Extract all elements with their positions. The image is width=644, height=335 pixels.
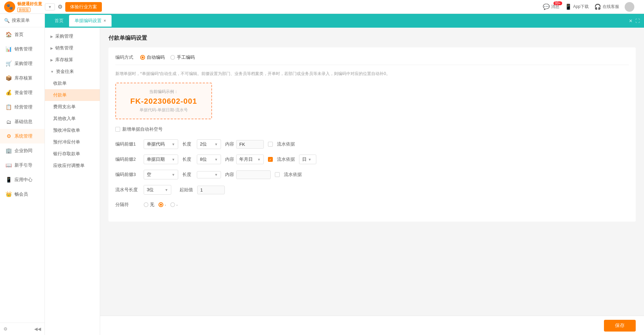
sidebar-item-base-label: 基础信息 — [15, 119, 32, 125]
sub-item-expense[interactable]: 费用支出单 — [45, 101, 100, 113]
prefix-row-1: 编码前缀1 单据代码 ▼ 长度 2位 ▼ 内容 — [115, 139, 629, 149]
top-bar: 🐾 畅捷通好生意 旗舰版 ▼ ⚙ 体验行业方案 💬 消息 99+ 📱 App下载… — [0, 0, 644, 14]
sidebar-nav: 🏠 首页 📊 销售管理 🛒 采购管理 📦 库存核算 💰 资金管理 📋 经 — [0, 27, 45, 323]
app-download[interactable]: 📱 App下载 — [565, 3, 589, 10]
serial-start-input[interactable] — [197, 186, 225, 194]
prefix-3-length-select[interactable]: ▼ — [197, 171, 221, 178]
prefix-2-length-select[interactable]: 8位 ▼ — [197, 155, 221, 164]
prefix-1-length-label: 长度 — [182, 141, 191, 147]
sidebar-item-purchase[interactable]: 🛒 采购管理 — [0, 56, 45, 71]
prefix-3-length-arrow-icon: ▼ — [214, 173, 218, 177]
message-area[interactable]: 💬 消息 99+ — [543, 3, 559, 10]
prefix-3-flow-label: 流水依据 — [284, 171, 302, 178]
tab-close-btn[interactable]: × — [104, 18, 106, 23]
sidebar-item-member[interactable]: 👑 畅会员 — [0, 187, 45, 202]
dropdown-btn[interactable]: ▼ — [45, 3, 55, 10]
prefix-2-select[interactable]: 单据日期 ▼ — [144, 155, 178, 164]
prefix-1-length-select[interactable]: 2位 ▼ — [197, 139, 221, 149]
search-menu[interactable]: 🔍 搜索菜单 — [0, 14, 45, 27]
radio-auto[interactable]: 自动编码 — [140, 54, 165, 61]
sales-icon: 📊 — [6, 46, 12, 52]
sidebar-item-inventory[interactable]: 📦 库存核算 — [0, 71, 45, 85]
sub-item-receipt[interactable]: 收款单 — [45, 77, 100, 89]
prefix-2-date-value: 日 — [302, 156, 307, 162]
auto-fill-checkbox[interactable] — [115, 127, 120, 132]
sep-options: 无 · · — [144, 202, 177, 208]
sub-group-sales-title[interactable]: ▶ 销售管理 — [45, 42, 100, 54]
sub-item-adjust-label: 应收应付调整单 — [53, 163, 85, 168]
collapse-tab-icon[interactable]: ✕ — [629, 18, 633, 24]
encoding-type-row: 编码方式 自动编码 手工编码 — [115, 54, 629, 65]
radio-manual[interactable]: 手工编码 — [170, 54, 195, 61]
sub-group-finance-label: 资金往来 — [56, 68, 74, 75]
sub-item-payment-label: 付款单 — [53, 92, 67, 97]
prefix-2-date-select[interactable]: 日 ▼ — [299, 155, 316, 164]
prefix-2-content-select[interactable]: 年月日 ▼ — [236, 155, 264, 164]
sep-option-dot2[interactable]: · — [170, 202, 178, 207]
separator-label: 分隔符 — [115, 202, 140, 208]
sidebar-item-system[interactable]: ⚙ 系统管理 — [0, 129, 45, 143]
sub-item-payment[interactable]: 付款单 — [45, 89, 100, 101]
settings-bottom-icon[interactable]: ⚙ — [3, 326, 8, 332]
sidebar-item-guide[interactable]: 📖 新手引导 — [0, 158, 45, 173]
guide-icon: 📖 — [6, 162, 12, 168]
base-icon: 🗂 — [6, 119, 12, 125]
sep-dot2-dot — [170, 202, 175, 207]
finance-icon: 💰 — [6, 90, 12, 96]
sub-item-income[interactable]: 其他收入单 — [45, 113, 100, 124]
system-icon: ⚙ — [6, 133, 12, 139]
sub-group-inventory: ▶ 库存核算 — [45, 54, 100, 66]
sep-option-dot1[interactable]: · — [158, 202, 166, 207]
serial-length-select[interactable]: 3位 ▼ — [144, 185, 171, 195]
sub-item-receipt-label: 收款单 — [53, 81, 67, 86]
prefix-2-content-value: 年月日 — [239, 156, 253, 162]
sub-group-sales-label: 销售管理 — [55, 45, 73, 51]
tab-encoding[interactable]: 单据编码设置 × — [69, 15, 112, 27]
gear-btn[interactable]: ⚙ — [58, 3, 63, 10]
collapse-icon[interactable]: ◀◀ — [34, 326, 41, 332]
prefix-3-select[interactable]: 空 ▼ — [144, 170, 178, 179]
logo-area: 🐾 畅捷通好生意 旗舰版 — [4, 1, 42, 12]
serial-row: 流水号长度 3位 ▼ 起始值 — [115, 185, 629, 195]
online-service[interactable]: 🎧 在线客服 — [594, 3, 619, 10]
sub-item-expense-label: 费用支出单 — [53, 104, 76, 109]
sub-item-prepay-pay[interactable]: 预付冲应付单 — [45, 136, 100, 148]
sidebar-item-home[interactable]: 🏠 首页 — [0, 27, 45, 42]
sub-item-income-label: 其他收入单 — [53, 116, 76, 121]
prefix-3-arrow-icon: ▼ — [172, 173, 175, 177]
prefix-row-2: 编码前缀2 单据日期 ▼ 长度 8位 ▼ 内容 — [115, 155, 629, 164]
prefix-2-flow-checkbox[interactable] — [268, 157, 273, 162]
sidebar-item-corp[interactable]: 🏢 企业协同 — [0, 143, 45, 158]
arrow-right-icon-3: ▶ — [50, 58, 53, 62]
expand-tab-icon[interactable]: ⛶ — [635, 18, 640, 24]
sub-group-finance-title[interactable]: ▼ 资金往来 — [45, 66, 100, 77]
sidebar-item-operation[interactable]: 📋 经营管理 — [0, 100, 45, 114]
tab-home[interactable]: 首页 — [49, 15, 69, 27]
msg-badge: 99+ — [554, 1, 562, 5]
prefix-3-content-input[interactable] — [236, 170, 271, 179]
prefix-1-length-value: 2位 — [200, 141, 207, 147]
save-button[interactable]: 保存 — [604, 320, 636, 332]
sub-item-adjust[interactable]: 应收应付调整单 — [45, 160, 100, 171]
prefix-3-flow-checkbox[interactable] — [275, 172, 280, 177]
sidebar-item-app[interactable]: 📱 应用中心 — [0, 173, 45, 187]
sub-item-bank[interactable]: 银行存取款单 — [45, 148, 100, 160]
preview-code: FK-20230602-001 — [124, 97, 203, 106]
sub-group-inventory-title[interactable]: ▶ 库存核算 — [45, 54, 100, 66]
prefix-2-flow-label: 流水依据 — [277, 156, 295, 162]
sidebar-item-base[interactable]: 🗂 基础信息 — [0, 114, 45, 129]
sidebar-item-sales[interactable]: 📊 销售管理 — [0, 42, 45, 56]
prefix-1-select[interactable]: 单据代码 ▼ — [144, 139, 178, 149]
prefix-1-flow-checkbox[interactable] — [268, 142, 273, 147]
prefix-1-content-input[interactable] — [236, 140, 264, 149]
prefix-3-content-label: 内容 — [225, 171, 234, 178]
tab-bar: 首页 单据编码设置 × ✕ ⛶ — [45, 14, 644, 28]
prefix-2-content: 内容 年月日 ▼ — [225, 155, 264, 164]
sidebar-item-finance[interactable]: 💰 资金管理 — [0, 85, 45, 100]
sub-group-purchase-title[interactable]: ▶ 采购管理 — [45, 30, 100, 42]
sep-option-none[interactable]: 无 — [144, 202, 154, 208]
sub-item-prepay-recv[interactable]: 预收冲应收单 — [45, 124, 100, 136]
experience-button[interactable]: 体验行业方案 — [65, 2, 102, 12]
sep-dot1-label: · — [165, 202, 166, 207]
sidebar-item-sales-label: 销售管理 — [15, 46, 32, 52]
